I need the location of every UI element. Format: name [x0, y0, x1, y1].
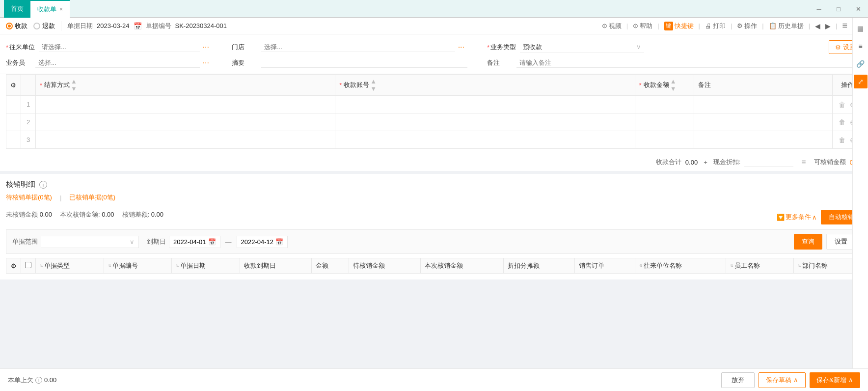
- verify-filter-area: 单据范围 ∨ 到期日 2022-04-01 📅 — 2022-04-12 📅: [6, 229, 862, 254]
- row3-delete-icon[interactable]: 🗑: [839, 136, 845, 144]
- store-more-button[interactable]: ···: [455, 43, 467, 52]
- calendar-from-icon[interactable]: 📅: [208, 238, 216, 246]
- counterpart-input[interactable]: [39, 42, 200, 52]
- account-sort-icon[interactable]: ▲▼: [370, 78, 377, 92]
- shortcut-label: 快捷键: [675, 22, 694, 30]
- tab-close-icon[interactable]: ×: [59, 6, 63, 13]
- verify-counterpart-sort-icon: ⇅: [639, 264, 643, 268]
- row1-settlement[interactable]: [36, 96, 335, 113]
- toolbar-right-actions: ⊙ 视频 | ⊙ 帮助 | 键 快捷键 | 🖨 打印 | ⚙ 操作 | 📋 历史…: [602, 21, 862, 31]
- business-type-select[interactable]: 预收款 ∨: [520, 42, 644, 53]
- footer-buttons: 放弃 保存草稿 ∧ 保存&新增 ∧: [721, 372, 860, 388]
- menu-icon[interactable]: ≡: [842, 21, 847, 31]
- due-date-label: 到期日: [147, 237, 166, 246]
- help-button[interactable]: ⊙ 帮助: [633, 22, 652, 30]
- save-draft-button[interactable]: 保存草稿 ∧: [759, 372, 806, 388]
- row1-account[interactable]: [335, 96, 635, 113]
- available-label: 可核销金额: [814, 158, 846, 167]
- verify-info-icon[interactable]: i: [39, 181, 47, 189]
- row2-account[interactable]: [335, 113, 635, 131]
- shortcut-button[interactable]: 键 快捷键: [664, 22, 694, 30]
- select-all-checkbox[interactable]: [25, 262, 31, 268]
- range-label: 单据范围: [12, 237, 38, 246]
- pending-tab[interactable]: 待核销单据(0笔): [6, 193, 52, 202]
- row2-remark[interactable]: [694, 113, 832, 131]
- right-panel-expand-icon[interactable]: ⤢: [854, 75, 868, 88]
- verify-table: ⚙ ⇅ 单据类型 ⇅ 单据编号: [6, 258, 862, 274]
- carry-over-info-icon[interactable]: i: [35, 377, 42, 384]
- right-panel-table-icon[interactable]: ▦: [854, 22, 868, 35]
- range-select[interactable]: ∨: [41, 236, 139, 248]
- nav-next-icon[interactable]: ▶: [825, 22, 831, 30]
- filter-settings-button[interactable]: 设置: [826, 234, 856, 250]
- receipt-radio-dot: [6, 23, 13, 29]
- calendar-icon[interactable]: 📅: [134, 22, 142, 30]
- verify-tabs: 待核销单据(0笔) | 已核销单据(0笔): [6, 193, 115, 202]
- form-fields: * 往来单位 ··· 门店 ··· * 业务类型 预收款 ∨: [0, 34, 868, 74]
- business-type-label: 业务类型: [490, 43, 520, 52]
- minimize-button[interactable]: ─: [809, 0, 829, 18]
- store-input[interactable]: [261, 42, 455, 52]
- diff-value: 0.00: [151, 211, 163, 218]
- row3-settlement[interactable]: [36, 131, 335, 149]
- nav-prev-icon[interactable]: ◀: [815, 22, 820, 30]
- due-date-filter-field: 到期日 2022-04-01 📅 — 2022-04-12 📅: [147, 236, 288, 248]
- settlement-sort-icon[interactable]: ▲▼: [71, 78, 77, 92]
- summary-input[interactable]: [261, 58, 467, 68]
- row2-delete-icon[interactable]: 🗑: [839, 118, 845, 126]
- row3-remark[interactable]: [694, 131, 832, 149]
- tab-receipt[interactable]: 收款单 ×: [30, 0, 70, 18]
- row3-amount[interactable]: [635, 131, 694, 149]
- total-value: 0.00: [685, 159, 698, 166]
- video-button[interactable]: ⊙ 视频: [602, 22, 622, 30]
- table-settings-header[interactable]: ⚙: [6, 75, 21, 96]
- counterpart-required-star: *: [6, 44, 8, 51]
- counterpart-field: * 往来单位 ···: [6, 42, 212, 52]
- save-new-button[interactable]: 保存&新增 ∧: [810, 372, 860, 388]
- row1-delete-icon[interactable]: 🗑: [839, 101, 845, 109]
- query-button[interactable]: 查询: [794, 234, 822, 250]
- biz-type-required-star: *: [487, 44, 489, 51]
- remark-label: 备注: [487, 58, 516, 67]
- business-type-value: 预收款: [523, 43, 542, 52]
- history-button[interactable]: 📋 历史单据: [769, 22, 804, 30]
- more-conditions-button[interactable]: 🔽 更多条件 ∧: [777, 213, 817, 222]
- right-panel-link-icon[interactable]: 🔗: [854, 57, 868, 71]
- verify-stats-row: 未核销金额 0.00 本次核销金额: 0.00 核销差额: 0.00 🔽 更多条…: [6, 210, 862, 224]
- date-to-input[interactable]: 2022-04-12 📅: [237, 236, 288, 248]
- receipt-radio[interactable]: 收款: [6, 22, 27, 30]
- right-panel-list-icon[interactable]: ≡: [854, 39, 868, 53]
- row2-amount[interactable]: [635, 113, 694, 131]
- staff-more-button[interactable]: ···: [200, 58, 212, 67]
- tab-home-label: 首页: [11, 4, 24, 13]
- row1-amount[interactable]: [635, 96, 694, 113]
- close-button[interactable]: ✕: [848, 0, 868, 18]
- equals-sign: =: [801, 158, 806, 167]
- tab-home[interactable]: 首页: [4, 0, 30, 18]
- operation-button[interactable]: ⚙ 操作: [737, 22, 757, 30]
- row3-account[interactable]: [335, 131, 635, 149]
- abandon-button[interactable]: 放弃: [721, 372, 755, 388]
- amount-sort-icon[interactable]: ▲▼: [670, 78, 677, 92]
- toolbar-divider-1: [61, 21, 61, 31]
- verify-due-date-header: 收款到期日: [240, 258, 311, 274]
- calendar-to-icon[interactable]: 📅: [275, 238, 283, 246]
- counterpart-more-button[interactable]: ···: [200, 43, 212, 52]
- row1-remark[interactable]: [694, 96, 832, 113]
- verify-settings-header[interactable]: ⚙: [6, 258, 21, 274]
- date-from-input[interactable]: 2022-04-01 📅: [169, 236, 220, 248]
- row3-settings: [6, 131, 21, 149]
- tab-bar: 首页 收款单 × ─ □ ✕: [0, 0, 868, 18]
- done-tab[interactable]: 已核销单据(0笔): [69, 193, 115, 202]
- history-label: 历史单据: [778, 22, 804, 30]
- range-chevron-icon: ∨: [130, 238, 135, 246]
- remark-input[interactable]: [516, 58, 862, 68]
- verify-bill-type-header: ⇅ 单据类型: [36, 258, 104, 274]
- print-button[interactable]: 🖨 打印: [705, 22, 726, 30]
- save-new-label: 保存&新增: [816, 376, 846, 385]
- staff-input[interactable]: [35, 58, 200, 68]
- maximize-button[interactable]: □: [829, 0, 848, 18]
- row2-settlement[interactable]: [36, 113, 335, 131]
- refund-radio[interactable]: 退款: [33, 22, 55, 30]
- discount-input[interactable]: [744, 157, 793, 167]
